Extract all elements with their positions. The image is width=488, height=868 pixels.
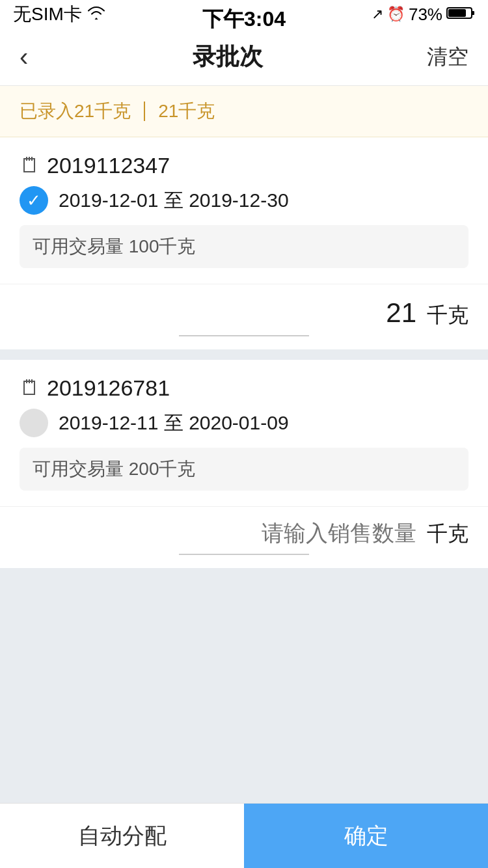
batch-doc-icon-1: 🗒	[20, 154, 40, 178]
batch-date-row-1: ✓ 2019-12-01 至 2019-12-30	[20, 186, 468, 215]
batch-id-row-2: 🗒 2019126781	[20, 375, 468, 401]
carrier-text: 无SIM卡	[13, 2, 82, 27]
batch-doc-icon-2: 🗒	[20, 376, 40, 400]
battery-text: 73%	[409, 5, 442, 25]
amount-unit-1: 千克	[427, 301, 468, 330]
confirm-button[interactable]: 确定	[244, 804, 488, 868]
location-icon: ↗	[372, 6, 383, 23]
summary-divider	[144, 102, 145, 121]
batch-item-1[interactable]: 🗒 2019112347 ✓ 2019-12-01 至 2019-12-30 可…	[0, 137, 488, 284]
back-button[interactable]: ‹	[20, 42, 28, 72]
batch-date-1: 2019-12-01 至 2019-12-30	[59, 187, 289, 214]
status-left: 无SIM卡	[13, 2, 105, 27]
amount-divider-1	[179, 335, 309, 336]
status-bar: 无SIM卡 下午3:04 ↗ ⏰ 73%	[0, 0, 488, 29]
wifi-icon	[87, 4, 105, 25]
available-qty-1: 可用交易量 100千克	[20, 225, 468, 268]
input-row-2: 千克	[0, 506, 488, 568]
summary-label: 已录入21千克	[20, 99, 131, 124]
batch-card-1: 🗒 2019112347 ✓ 2019-12-01 至 2019-12-30 可…	[0, 137, 488, 349]
available-qty-2: 可用交易量 200千克	[20, 448, 468, 491]
summary-value: 21千克	[158, 99, 215, 124]
input-underline-2	[179, 554, 309, 555]
radio-checked-1[interactable]: ✓	[20, 186, 48, 215]
batch-id-row-1: 🗒 2019112347	[20, 153, 468, 178]
svg-rect-2	[448, 9, 466, 17]
page-title: 录批次	[193, 41, 263, 73]
batch-id-1: 2019112347	[47, 153, 170, 178]
section-separator	[0, 349, 488, 360]
qty-unit-2: 千克	[427, 520, 468, 549]
clear-button[interactable]: 清空	[427, 43, 468, 72]
svg-rect-1	[472, 11, 474, 15]
battery-icon	[446, 5, 475, 25]
batch-item-2[interactable]: 🗒 2019126781 2019-12-11 至 2020-01-09 可用交…	[0, 360, 488, 506]
batch-date-2: 2019-12-11 至 2020-01-09	[59, 410, 289, 437]
radio-unchecked-2[interactable]	[20, 409, 48, 437]
batch-date-row-2: 2019-12-11 至 2020-01-09	[20, 409, 468, 437]
batch-id-2: 2019126781	[47, 375, 170, 401]
batch-card-2: 🗒 2019126781 2019-12-11 至 2020-01-09 可用交…	[0, 360, 488, 568]
alarm-icon: ⏰	[387, 6, 405, 23]
nav-bar: ‹ 录批次 清空	[0, 29, 488, 86]
qty-input-2[interactable]	[221, 521, 416, 546]
amount-value-1: 21	[386, 297, 416, 329]
summary-banner: 已录入21千克 21千克	[0, 86, 488, 137]
auto-distribute-button[interactable]: 自动分配	[0, 804, 244, 868]
amount-row-1: 21 千克	[0, 284, 488, 349]
status-time: 下午3:04	[202, 5, 286, 34]
bottom-bar: 自动分配 确定	[0, 803, 488, 868]
empty-area	[0, 568, 488, 828]
checkmark-icon-1: ✓	[27, 192, 41, 209]
status-right: ↗ ⏰ 73%	[372, 5, 475, 25]
